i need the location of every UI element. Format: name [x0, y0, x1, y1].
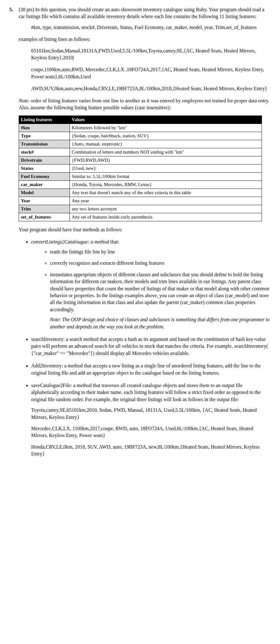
method-convert-suffix: that:	[109, 239, 119, 244]
value-cell: {FWD,RWD,AWD}	[70, 156, 262, 165]
question-header: 5. (30 pts) In this question, you should…	[9, 6, 271, 20]
examples-label: examples of listing lines as follows:	[19, 36, 271, 43]
note-prefix: Note	[19, 98, 28, 103]
feature-cell: Trim	[19, 205, 70, 213]
table-header-feature: Listing features	[19, 116, 70, 124]
table-row: set_of_featuresAny set of features insid…	[19, 213, 262, 221]
method-convert-title: convertListings2Catalougue: a method	[31, 239, 109, 244]
sub-item-2: correctly recognizes and extracts differ…	[50, 260, 271, 267]
feature-cell: Type	[19, 132, 70, 140]
value-cell: {Used, new}	[70, 165, 262, 173]
example-listing-2: coupe,1100km,auto,RWD, Mercedec,CLK,LX ,…	[31, 66, 271, 80]
method-search: searchInventory: a search method that ac…	[31, 336, 271, 357]
value-cell: Any set of features inside curly parenth…	[70, 213, 262, 221]
output-examples: Toyota,camry,SE,65101km,2010, Sedan, FWD…	[31, 407, 271, 457]
oop-note: Note: The OOP design and choice of class…	[50, 316, 271, 330]
table-row: Status{Used, new}	[19, 165, 262, 173]
value-cell: any two letters acronym	[70, 205, 262, 213]
methods-list: convertListings2Catalougue: a method tha…	[25, 238, 271, 458]
value-cell: Combination of letters and numbers NOT e…	[70, 148, 262, 156]
table-row: Fuel EconomySimilar to: 5.5L/100km forma…	[19, 173, 262, 181]
feature-cell: car_maker	[19, 181, 70, 189]
example-listing-1: 65101km,Sedan,Manual,18131A,FWD,Used,5.5…	[31, 47, 271, 61]
value-cell: Any year	[70, 197, 262, 205]
table-row: ModelAny text that doesn't match any of …	[19, 189, 262, 197]
value-cell: Similar to: 5.5L/100km format	[70, 173, 262, 181]
table-row: car_maker{Honda, Toyota, Mercedes, BMW, …	[19, 181, 262, 189]
table-row: #kmKilometers followed by "km"	[19, 124, 262, 132]
method-add: Add2Inventory: a method that accepts a n…	[31, 362, 271, 376]
method-save: saveCatalogue2File: a method that traver…	[31, 382, 271, 458]
table-header-value: Values	[70, 116, 262, 124]
feature-cell: stock#	[19, 148, 70, 156]
table-row: stock#Combination of letters and numbers…	[19, 148, 262, 156]
question-intro: (30 pts) In this question, you should cr…	[19, 6, 271, 20]
note-paragraph: Note: order of listing features varies f…	[19, 97, 271, 111]
question-number: 5.	[9, 6, 16, 13]
note-body: : order of listing features varies from …	[19, 98, 269, 110]
value-cell: {Honda, Toyota, Mercedes, BMW, Lexus}	[70, 181, 262, 189]
sub-item-3: instantiates appropriate objects of diff…	[50, 271, 271, 330]
table-header-row: Listing features Values	[19, 116, 262, 124]
sub-item-1: reads the listings file line by line	[50, 248, 271, 255]
feature-cell: Model	[19, 189, 70, 197]
output-example-1: Toyota,camry,SE,65101km,2010, Sedan, FWD…	[31, 407, 271, 421]
features-line: #km, type, transmission, stock#, Drivetr…	[31, 24, 271, 31]
table-row: Transmission{Auto, manual, steptronic}	[19, 140, 262, 148]
features-table: Listing features Values #kmKilometers fo…	[19, 116, 262, 221]
value-cell: {Sedan, coupe, hatchback, station, SUV}	[70, 132, 262, 140]
sub-item-3-text: instantiates appropriate objects of diff…	[50, 272, 269, 312]
output-example-3: Honda,CRV,LE,0km, 2018, SUV, AWD, auto, …	[31, 444, 271, 458]
method-convert-subs: reads the listings file line by line cor…	[44, 248, 271, 330]
table-row: Type{Sedan, coupe, hatchback, station, S…	[19, 132, 262, 140]
table-row: Trimany two letters acronym	[19, 205, 262, 213]
feature-cell: Status	[19, 165, 70, 173]
feature-cell: Year	[19, 197, 70, 205]
method-convert: convertListings2Catalougue: a method tha…	[31, 238, 271, 330]
feature-cell: #km	[19, 124, 70, 132]
output-example-2: Mercedec,CLK,LX, 1100km,2017,coupe, RWD,…	[31, 425, 271, 439]
methods-intro: Your program should have four methods as…	[19, 226, 271, 233]
value-cell: Kilometers followed by "km"	[70, 124, 262, 132]
feature-cell: Fuel Economy	[19, 173, 70, 181]
method-save-body: saveCatalogue2File: a method that traver…	[31, 383, 261, 402]
table-row: Drivetrain{FWD,RWD,AWD}	[19, 156, 262, 165]
table-row: YearAny year	[19, 197, 262, 205]
value-cell: {Auto, manual, steptronic}	[70, 140, 262, 148]
value-cell: Any text that doesn't match any of the o…	[70, 189, 262, 197]
feature-cell: set_of_features	[19, 213, 70, 221]
feature-cell: Drivetrain	[19, 156, 70, 165]
example-listing-3: AWD,SUV,0km,auto,new,Honda,CRV,LE,19BF72…	[31, 85, 271, 92]
feature-cell: Transmission	[19, 140, 70, 148]
